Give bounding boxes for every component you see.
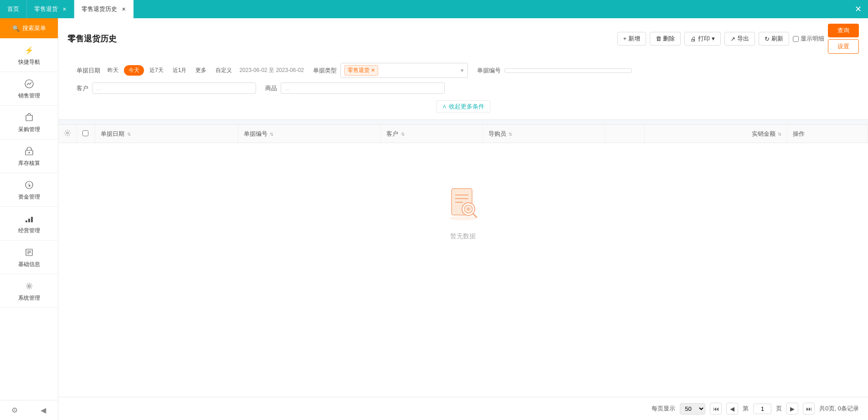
svg-rect-1 [26, 115, 32, 121]
yesterday-btn[interactable]: 昨天 [104, 65, 122, 76]
table-body: 暂无数据 [58, 143, 868, 277]
sales-icon [23, 77, 36, 90]
collapse-filter-btn[interactable]: ∧ 收起更多条件 [436, 100, 490, 113]
tab-retail-return-history[interactable]: 零售退货历史 ✕ [74, 0, 134, 18]
goods-label: 商品 [265, 84, 277, 92]
export-btn[interactable]: ↗ 导出 [724, 32, 755, 46]
svg-rect-5 [26, 220, 27, 222]
refresh-btn[interactable]: ↻ 刷新 [759, 32, 789, 46]
sidebar-item-inventory[interactable]: 库存核算 [0, 139, 58, 173]
goods-placeholder: ... [285, 85, 290, 92]
per-page-select[interactable]: 50 10 20 100 [680, 403, 705, 415]
pagination-bar: 每页显示 50 10 20 100 ⏮ ◀ 第 页 ▶ ⏭ 共0页, 0条记录 [58, 397, 868, 420]
show-detail-label: 显示明细 [801, 35, 824, 43]
tab-retail-return-close[interactable]: ✕ [62, 6, 67, 12]
doc-no-label: 单据编号 [477, 67, 501, 75]
th-doc-no[interactable]: 单据编号 ⇅ [238, 125, 381, 143]
page-number-input[interactable] [753, 404, 771, 414]
last1m-btn[interactable]: 近1月 [169, 65, 190, 76]
sidebar-item-sys-mgmt[interactable]: 系统管理 [0, 274, 58, 308]
doc-no-input[interactable] [504, 68, 632, 73]
print-btn[interactable]: 🖨 🖨 打印 打印 ▾ [684, 32, 721, 46]
total-info: 共0页, 0条记录 [819, 405, 859, 413]
close-all-tabs-btn[interactable]: ✕ [848, 0, 868, 18]
query-btn[interactable]: 查询 [828, 24, 859, 37]
sidebar-item-sales[interactable]: 销售管理 [0, 72, 58, 106]
page-prev-btn[interactable]: ◀ [726, 403, 738, 415]
doc-type-select[interactable]: 零售退货 ✕ ▾ [340, 63, 468, 78]
sidebar-item-operations-label: 经营管理 [18, 227, 40, 235]
goods-input[interactable]: ... [281, 82, 445, 94]
sidebar-item-basic-info-label: 基础信息 [18, 261, 40, 268]
sidebar-settings-btn[interactable]: ⚙ [0, 400, 29, 420]
sort-doc-no-icon: ⇅ [270, 132, 273, 137]
today-btn[interactable]: 今天 [124, 65, 144, 76]
svg-point-12 [28, 285, 30, 287]
sidebar-item-quick-nav[interactable]: ⚡ 快捷导航 [0, 38, 58, 72]
page-first-btn[interactable]: ⏮ [710, 403, 722, 415]
sidebar-item-finance[interactable]: 资金管理 [0, 173, 58, 207]
sidebar-search-label: 搜索菜单 [22, 24, 46, 32]
main-layout: 🔍 搜索菜单 ⚡ 快捷导航 销售管理 采购管理 库存核算 [0, 18, 868, 420]
quick-nav-icon: ⚡ [23, 44, 36, 56]
th-doc-no-label: 单据编号 [244, 130, 267, 137]
svg-point-14 [449, 216, 477, 220]
delete-btn[interactable]: 🗑 删除 [650, 32, 681, 46]
th-guide[interactable]: 导购员 ⇅ [483, 125, 605, 143]
filter-row-1: 单据日期 昨天 今天 近7天 近1月 更多 自定义 2023-06-02 至 2… [77, 63, 850, 78]
purchase-icon [23, 111, 36, 124]
sidebar-item-operations[interactable]: 经营管理 [0, 207, 58, 241]
th-setting[interactable] [58, 125, 77, 143]
th-customer[interactable]: 客户 ⇅ [381, 125, 483, 143]
date-filter-label: 单据日期 [77, 67, 100, 75]
doc-type-filter-group: 单据类型 零售退货 ✕ ▾ [313, 63, 468, 78]
top-tab-bar: 首页 零售退货 ✕ 零售退货历史 ✕ ✕ [0, 0, 868, 18]
customer-placeholder: ... [96, 85, 101, 92]
svg-point-13 [67, 132, 68, 134]
doc-type-tag: 零售退货 ✕ [344, 65, 378, 76]
customer-input[interactable]: ... [92, 82, 256, 94]
sidebar: 🔍 搜索菜单 ⚡ 快捷导航 销售管理 采购管理 库存核算 [0, 18, 58, 420]
svg-point-3 [28, 152, 30, 154]
show-detail-input[interactable] [793, 36, 799, 42]
sidebar-search[interactable]: 🔍 搜索菜单 [0, 18, 58, 38]
tab-home[interactable]: 首页 [0, 0, 27, 18]
show-detail-checkbox[interactable]: 显示明细 [793, 35, 824, 43]
tab-retail-return-history-close[interactable]: ✕ [122, 6, 126, 12]
page-last-btn[interactable]: ⏭ [803, 403, 815, 415]
customer-filter-group: 客户 ... [77, 82, 256, 94]
page-suffix: 页 [776, 405, 782, 413]
new-btn[interactable]: + 新增 [617, 32, 646, 46]
sidebar-bottom: ⚙ ◀ [0, 400, 58, 420]
operations-icon [23, 212, 36, 225]
sidebar-item-basic-info[interactable]: 基础信息 [0, 241, 58, 274]
th-checkbox[interactable] [77, 125, 95, 143]
per-page-label: 每页显示 [652, 405, 675, 413]
sidebar-item-purchase[interactable]: 采购管理 [0, 106, 58, 139]
finance-icon [23, 179, 36, 191]
setting-btn[interactable]: 设置 [828, 39, 859, 54]
th-amount[interactable]: 实销金额 ⇅ [644, 125, 787, 143]
custom-btn[interactable]: 自定义 [212, 65, 236, 76]
th-action: 操作 [787, 125, 868, 143]
more-btn[interactable]: 更多 [192, 65, 210, 76]
empty-illustration [440, 179, 486, 225]
page-next-btn[interactable]: ▶ [786, 403, 798, 415]
tab-retail-return[interactable]: 零售退货 ✕ [27, 0, 74, 18]
svg-line-22 [473, 214, 477, 217]
page-header: 零售退货历史 + 新增 🗑 删除 🖨 🖨 打印 打印 ▾ ↗ 导出 ↻ [58, 18, 868, 120]
th-doc-date[interactable]: 单据日期 ⇅ [95, 125, 238, 143]
svg-rect-6 [28, 219, 30, 222]
select-all-checkbox[interactable] [82, 130, 88, 136]
date-btn-group: 昨天 今天 近7天 近1月 更多 自定义 [104, 65, 236, 76]
sidebar-collapse-btn[interactable]: ◀ [29, 400, 58, 420]
th-action-label: 操作 [793, 130, 805, 137]
sort-customer-icon: ⇅ [401, 132, 405, 137]
filter-area: 单据日期 昨天 今天 近7天 近1月 更多 自定义 2023-06-02 至 2… [67, 58, 859, 119]
gear-icon: ⚙ [11, 406, 18, 415]
last7-btn[interactable]: 近7天 [146, 65, 167, 76]
th-doc-date-label: 单据日期 [101, 130, 124, 137]
basic-info-icon [23, 246, 36, 259]
print-icon: 🖨 [690, 36, 696, 42]
doc-type-tag-close[interactable]: ✕ [371, 67, 375, 73]
